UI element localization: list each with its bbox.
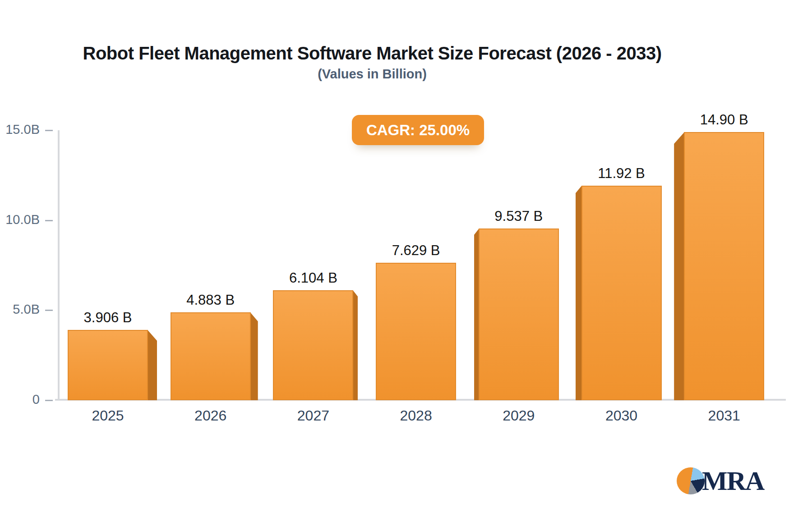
- x-axis-label-2027: 2027: [263, 407, 363, 424]
- bar-side-face: [576, 186, 582, 400]
- bar-value-label: 14.90 B: [674, 112, 774, 128]
- bar-2025[interactable]: [68, 330, 148, 400]
- bar-value-label: 4.883 B: [161, 292, 260, 308]
- bar-2029[interactable]: [479, 229, 559, 400]
- bar-side-face: [674, 132, 684, 400]
- y-tick-label: 0: [0, 392, 40, 407]
- x-axis-label-2025: 2025: [58, 407, 157, 424]
- brand-logo: MRA: [677, 467, 764, 494]
- y-tick-label: 15.0B: [0, 122, 40, 137]
- plot-area: 05.0B10.0B15.0B3.906 B20254.883 B20266.1…: [0, 0, 812, 521]
- bar-side-face: [148, 330, 157, 400]
- bar-2031[interactable]: [684, 132, 764, 400]
- y-tick-label: 10.0B: [0, 212, 40, 227]
- bar-value-label: 9.537 B: [469, 208, 568, 224]
- bar-2028[interactable]: [376, 263, 456, 400]
- bar-side-face: [353, 290, 358, 400]
- bar-value-label: 3.906 B: [58, 310, 157, 326]
- bar-2030[interactable]: [581, 186, 662, 400]
- y-tick-mark: [45, 310, 53, 311]
- x-axis-label-2030: 2030: [572, 407, 671, 424]
- x-axis-label-2028: 2028: [366, 407, 466, 424]
- x-axis-label-2031: 2031: [674, 407, 774, 424]
- x-axis-label-2026: 2026: [161, 407, 260, 424]
- pie-chart-icon: [677, 467, 705, 494]
- y-tick-label: 5.0B: [0, 302, 40, 317]
- x-axis-label-2029: 2029: [469, 407, 568, 424]
- y-tick-mark: [45, 130, 53, 131]
- chart-canvas: Robot Fleet Management Software Market S…: [0, 0, 812, 521]
- y-tick-mark: [45, 220, 53, 221]
- brand-logo-text: MRA: [702, 467, 764, 494]
- bar-value-label: 7.629 B: [366, 242, 466, 259]
- y-tick-mark: [45, 400, 53, 401]
- bar-2026[interactable]: [171, 312, 251, 400]
- y-axis-line: [58, 130, 60, 400]
- bar-value-label: 11.92 B: [572, 165, 671, 182]
- bar-side-face: [250, 312, 258, 400]
- bar-value-label: 6.104 B: [263, 270, 363, 286]
- bar-2027[interactable]: [273, 290, 353, 400]
